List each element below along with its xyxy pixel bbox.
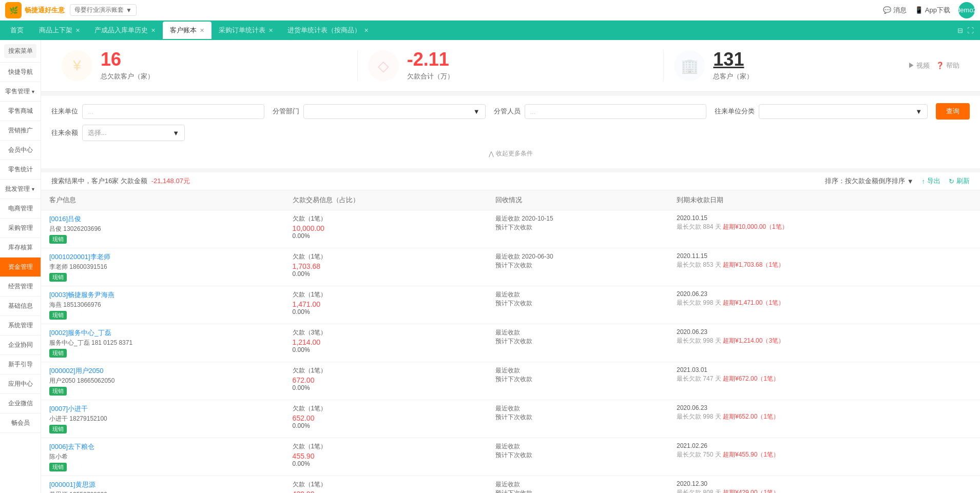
sidebar-item-ecommerce[interactable]: 电商管理 <box>0 199 41 219</box>
building-icon: 🏢 <box>674 50 705 81</box>
customer-account-table: 客户信息 欠款交易信息（占比） 回收情况 到期未收款日期 [0016]吕俊 吕俊… <box>41 190 980 493</box>
sidebar-app-center-label: 应用中心 <box>8 380 33 388</box>
tab-import-stats[interactable]: 进货单统计表（按商品） ✕ <box>280 22 376 39</box>
col-recovery: 回收情况 <box>487 190 668 210</box>
customer-name-link[interactable]: [000001]黄思源 <box>49 481 95 488</box>
overdue-link[interactable]: 超期¥1,214.00（3笔） <box>723 337 784 344</box>
recovery-latest: 最近收款 <box>495 290 660 299</box>
sidebar-retail-mall-label: 零售商城 <box>8 107 33 115</box>
debt-count: 欠款（1笔） <box>293 366 479 375</box>
tab-purchase-order-close[interactable]: ✕ <box>268 27 273 34</box>
overdue-date: 2020.06.23 <box>677 290 972 298</box>
search-menu-btn[interactable]: 搜索菜单 <box>4 44 36 58</box>
sidebar-item-app-center[interactable]: 应用中心 <box>0 374 41 394</box>
cell-due-date: 2020.06.23 最长欠款 998 天 超期¥1,214.00（3笔） <box>668 324 980 362</box>
overdue-link[interactable]: 超期¥1,703.68（1笔） <box>723 261 784 268</box>
debt-amount: 672.00 <box>293 376 479 384</box>
debt-count: 欠款（1笔） <box>293 290 479 299</box>
user-avatar-btn[interactable]: demo2 <box>958 2 975 18</box>
cell-due-date: 2020.12.30 最长欠款 808 天 超期¥429.00（1笔） <box>668 476 980 494</box>
filter-person-label: 分管人员 <box>494 107 521 116</box>
refresh-btn[interactable]: ↻ 刷新 <box>949 176 970 186</box>
tab-production-history-close[interactable]: ✕ <box>151 27 156 34</box>
customer-phone: 黄思源 13552700226 <box>49 490 276 493</box>
app-download-btn[interactable]: 📱 App下载 <box>915 6 950 15</box>
customer-phone: 海燕 18513066976 <box>49 301 276 309</box>
overdue-date: 2020.12.30 <box>677 480 972 487</box>
debt-count: 欠款（1笔） <box>293 404 479 413</box>
customer-phone: 用户2050 18665062050 <box>49 377 276 385</box>
cell-customer-info: [0003]畅捷服务尹海燕 海燕 18513066976 现销 <box>41 286 284 324</box>
customer-name-link[interactable]: [0007]小进干 <box>49 405 88 412</box>
overdue-link[interactable]: 超期¥1,471.00（1笔） <box>723 299 784 306</box>
sidebar-item-basic-info[interactable]: 基础信息 <box>0 297 41 316</box>
overdue-link[interactable]: 超期¥429.00（1笔） <box>723 489 779 493</box>
tab-home[interactable]: 首页 <box>2 22 32 39</box>
sidebar-item-quick-nav[interactable]: 快捷导航 <box>0 63 41 82</box>
message-btn[interactable]: 💬 消息 <box>883 6 907 15</box>
overdue-link[interactable]: 超期¥672.00（1笔） <box>723 375 779 382</box>
help-btn[interactable]: ❓ 帮助 <box>936 61 959 70</box>
sidebar-item-vip-member[interactable]: 畅会员 <box>0 413 41 433</box>
tab-minimize-icon[interactable]: ⊟ <box>957 27 963 34</box>
filter-row-2: 往来余额 选择... ▼ <box>51 125 970 141</box>
sidebar-item-enterprise-collab[interactable]: 企业协同 <box>0 336 41 355</box>
video-btn[interactable]: ▶ 视频 <box>908 61 930 70</box>
sidebar-item-retail-mall[interactable]: 零售商城 <box>0 102 41 121</box>
recovery-next: 预计下次收款 <box>495 375 660 384</box>
customer-name-link[interactable]: [0016]吕俊 <box>49 215 81 223</box>
sidebar-item-enterprise-wechat[interactable]: 企业微信 <box>0 394 41 413</box>
cell-due-date: 2021.03.01 最长欠款 747 天 超期¥672.00（1笔） <box>668 362 980 400</box>
filter-dept-input[interactable]: ▼ <box>303 104 486 119</box>
sidebar-item-batch-mgmt[interactable]: 批发管理 ▼ <box>0 180 41 199</box>
tab-import-stats-close[interactable]: ✕ <box>364 27 369 34</box>
sidebar-item-new-guide[interactable]: 新手引导 <box>0 355 41 374</box>
sidebar-item-retail-mgmt[interactable]: 零售管理 ▼ <box>0 82 41 102</box>
sidebar-item-capital-mgmt[interactable]: 资金管理 <box>0 258 41 277</box>
customer-name-link[interactable]: [0001020001]李老师 <box>49 253 110 261</box>
cell-recovery: 最近收款 预计下次收款 <box>487 324 668 362</box>
refresh-icon: ↻ <box>949 178 954 185</box>
customer-tag: 现销 <box>49 387 67 396</box>
overdue-link[interactable]: 超期¥455.90（1笔） <box>723 451 779 458</box>
logo-area: 🌿 畅捷通好生意 <box>5 2 65 18</box>
debt-count: 欠款（3笔） <box>293 328 479 337</box>
overdue-link[interactable]: 超期¥10,000.00（1笔） <box>723 223 788 230</box>
sidebar-item-inventory-check[interactable]: 库存核算 <box>0 238 41 258</box>
export-btn[interactable]: ↑ 导出 <box>922 176 941 186</box>
filter-unit-input[interactable]: ... <box>82 104 264 119</box>
filter-category-input[interactable]: ▼ <box>759 104 928 119</box>
sidebar-item-retail-stats[interactable]: 零售统计 <box>0 160 41 180</box>
customer-name-link[interactable]: [0006]去下粮仓 <box>49 443 94 450</box>
sidebar-item-sys-mgmt[interactable]: 系统管理 <box>0 316 41 336</box>
overdue-link[interactable]: 超期¥652.00（1笔） <box>723 413 779 420</box>
customer-name-link[interactable]: [0003]畅捷服务尹海燕 <box>49 291 114 299</box>
sidebar-item-member-center[interactable]: 会员中心 <box>0 141 41 160</box>
store-selector[interactable]: 母婴行业演示账套 ▼ <box>70 4 137 16</box>
tab-customer-account[interactable]: 客户账本 ✕ <box>163 22 212 39</box>
customer-name-link[interactable]: [0002]服务中心_丁磊 <box>49 329 111 337</box>
filter-person-input[interactable]: ... <box>525 104 707 119</box>
cell-debt-info: 欠款（1笔） 10,000.00 0.00% <box>284 210 487 248</box>
tab-expand-icon[interactable]: ⛶ <box>967 27 974 34</box>
customer-phone: 李老师 18600391516 <box>49 263 276 271</box>
cell-due-date: 2021.02.26 最长欠款 750 天 超期¥455.90（1笔） <box>668 438 980 476</box>
tab-production-history[interactable]: 产成品入库单历史 ✕ <box>87 22 163 39</box>
filter-balance-input[interactable]: 选择... ▼ <box>82 125 185 141</box>
sidebar-item-ops-mgmt[interactable]: 经营管理 <box>0 277 41 297</box>
search-button[interactable]: 查询 <box>936 103 970 120</box>
overdue-date: 2020.06.23 <box>677 328 972 336</box>
tab-product-toggle-close[interactable]: ✕ <box>75 27 80 34</box>
debt-pct: 0.00% <box>293 346 479 353</box>
sidebar-item-purchase-mgmt[interactable]: 采购管理 <box>0 219 41 238</box>
sidebar-item-marketing[interactable]: 营销推广 <box>0 121 41 141</box>
tab-product-toggle[interactable]: 商品上下架 ✕ <box>32 22 87 39</box>
sidebar-batch-mgmt-label: 批发管理 <box>5 185 30 193</box>
money-icon: ¥ <box>62 50 92 81</box>
tab-purchase-order[interactable]: 采购订单统计表 ✕ <box>212 22 280 39</box>
tab-customer-account-close[interactable]: ✕ <box>200 27 204 34</box>
collapse-bar[interactable]: ⋀ 收起更多条件 <box>51 146 970 161</box>
result-sort[interactable]: 排序：按欠款金额倒序排序 ▼ <box>825 176 914 186</box>
table-row: [0002]服务中心_丁磊 服务中心_丁磊 181 0125 8371 现销 欠… <box>41 324 980 362</box>
customer-name-link[interactable]: [000002]用户2050 <box>49 367 104 374</box>
